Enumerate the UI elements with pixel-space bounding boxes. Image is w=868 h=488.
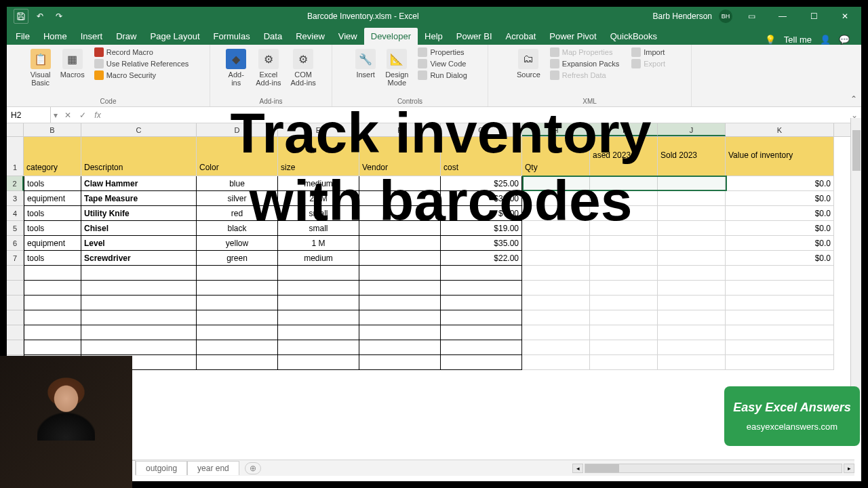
fx-icon[interactable]: fx xyxy=(90,110,105,120)
com-addins-icon: ⚙ xyxy=(293,49,313,69)
col-B[interactable]: B xyxy=(24,123,81,136)
properties-button[interactable]: Properties xyxy=(418,47,467,57)
sheet-tab-outgoing[interactable]: outgoing xyxy=(136,461,187,475)
tab-formulas[interactable]: Formulas xyxy=(207,28,257,45)
undo-icon[interactable]: ↶ xyxy=(33,9,47,24)
group-xml: XML xyxy=(488,98,691,105)
macros-button[interactable]: ▦Macros xyxy=(58,47,87,88)
insert-control-button[interactable]: 🔧Insert xyxy=(353,47,378,88)
tell-me[interactable]: Tell me xyxy=(784,35,812,45)
badge-url: easyexcelanswers.com xyxy=(747,422,837,432)
run-dialog-button[interactable]: Run Dialog xyxy=(418,70,467,80)
view-code-icon xyxy=(418,59,427,68)
titlebar: ↶ ↷ Barcode Inventory.xlsm - Excel Barb … xyxy=(7,7,861,26)
com-addins-button[interactable]: ⚙COM Add-ins xyxy=(288,47,319,88)
col-G[interactable]: G xyxy=(441,123,522,136)
map-properties-button[interactable]: Map Properties xyxy=(550,47,619,57)
col-K[interactable]: K xyxy=(726,123,834,136)
design-mode-icon: 📐 xyxy=(387,49,407,69)
col-D[interactable]: D xyxy=(197,123,278,136)
relative-refs-button[interactable]: Use Relative References xyxy=(94,59,189,68)
design-mode-button[interactable]: 📐Design Mode xyxy=(382,47,411,88)
user-name: Barb Henderson xyxy=(653,12,712,21)
col-H[interactable]: H xyxy=(522,123,590,136)
record-icon xyxy=(94,47,104,57)
maximize-icon[interactable]: ☐ xyxy=(802,7,826,26)
save-icon[interactable] xyxy=(14,9,28,24)
tab-draw[interactable]: Draw xyxy=(109,28,143,45)
tab-help[interactable]: Help xyxy=(418,28,450,45)
addins-icon: ◆ xyxy=(226,49,246,69)
group-controls: Controls xyxy=(332,98,488,105)
tab-power-bi[interactable]: Power BI xyxy=(450,28,499,45)
expansion-packs-button[interactable]: Expansion Packs xyxy=(550,59,619,68)
name-box-dropdown-icon[interactable]: ▾ xyxy=(51,110,60,120)
tab-home[interactable]: Home xyxy=(37,28,74,45)
share-icon[interactable]: 👤 xyxy=(820,35,831,45)
visual-basic-button[interactable]: 📋Visual Basic xyxy=(28,47,54,88)
map-icon xyxy=(550,47,559,57)
excel-addins-button[interactable]: ⚙Excel Add-ins xyxy=(253,47,283,88)
user-avatar[interactable]: BH xyxy=(719,9,732,23)
select-all-corner[interactable] xyxy=(7,123,24,136)
export-icon xyxy=(631,59,641,68)
bulb-icon: 💡 xyxy=(765,35,776,45)
tab-acrobat[interactable]: Acrobat xyxy=(499,28,543,45)
sheet-tab-year-end[interactable]: year end xyxy=(187,461,239,475)
insert-control-icon: 🔧 xyxy=(355,49,376,69)
tab-file[interactable]: File xyxy=(9,28,37,45)
record-macro-button[interactable]: Record Macro xyxy=(94,47,189,57)
comments-icon[interactable]: 💬 xyxy=(839,35,850,45)
tab-power-pivot[interactable]: Power Pivot xyxy=(542,28,603,45)
hscroll-thumb[interactable] xyxy=(585,464,619,472)
spreadsheet-grid[interactable]: 1categoryDescriptonColorsizeVendorcostQt… xyxy=(7,137,861,370)
group-code: Code xyxy=(7,98,210,105)
minimize-icon[interactable]: — xyxy=(770,7,795,26)
tab-page-layout[interactable]: Page Layout xyxy=(144,28,207,45)
source-icon: 🗂 xyxy=(518,49,538,69)
tab-quickbooks[interactable]: QuickBooks xyxy=(604,28,664,45)
warning-icon xyxy=(94,70,104,80)
collapse-ribbon-icon[interactable]: ⌃ xyxy=(850,94,857,104)
horizontal-scrollbar[interactable] xyxy=(585,464,842,473)
tab-developer[interactable]: Developer xyxy=(364,28,418,45)
tab-insert[interactable]: Insert xyxy=(74,28,110,45)
macro-security-button[interactable]: Macro Security xyxy=(94,70,189,80)
brand-badge: Easy Excel Answers easyexcelanswers.com xyxy=(724,386,860,446)
formula-bar: H2 ▾ ✕ ✓ fx ⌄ xyxy=(7,107,861,123)
tab-data[interactable]: Data xyxy=(257,28,289,45)
view-code-button[interactable]: View Code xyxy=(418,59,467,68)
col-J[interactable]: J xyxy=(658,123,726,136)
col-F[interactable]: F xyxy=(359,123,441,136)
refresh-data-button[interactable]: Refresh Data xyxy=(550,70,619,80)
ribbon-options-icon[interactable]: ▭ xyxy=(739,7,764,26)
group-addins: Add-ins xyxy=(210,98,332,105)
grid-icon xyxy=(94,59,104,68)
hscroll-left-icon[interactable]: ◂ xyxy=(572,464,583,473)
presenter-photo xyxy=(0,356,132,488)
add-sheet-button[interactable]: ⊕ xyxy=(245,462,261,474)
refresh-icon xyxy=(550,70,559,80)
expansion-icon xyxy=(550,59,559,68)
export-button[interactable]: Export xyxy=(631,59,665,68)
addins-button[interactable]: ◆Add- ins xyxy=(223,47,249,88)
source-button[interactable]: 🗂Source xyxy=(514,47,543,80)
cancel-formula-icon[interactable]: ✕ xyxy=(60,110,75,120)
tab-view[interactable]: View xyxy=(332,28,364,45)
col-I[interactable]: I xyxy=(590,123,658,136)
close-icon[interactable]: ✕ xyxy=(833,7,857,26)
enter-formula-icon[interactable]: ✓ xyxy=(75,110,90,120)
name-box[interactable]: H2 xyxy=(7,107,51,123)
hscroll-right-icon[interactable]: ▸ xyxy=(844,464,854,473)
import-button[interactable]: Import xyxy=(631,47,665,57)
badge-title: Easy Excel Answers xyxy=(733,401,850,415)
col-E[interactable]: E xyxy=(278,123,359,136)
ribbon: 📋Visual Basic ▦Macros Record Macro Use R… xyxy=(7,45,861,107)
scroll-thumb[interactable] xyxy=(852,130,861,171)
run-dialog-icon xyxy=(418,70,427,80)
tab-review[interactable]: Review xyxy=(289,28,332,45)
properties-icon xyxy=(418,47,427,57)
col-C[interactable]: C xyxy=(81,123,197,136)
column-headers: B C D E F G H I J K xyxy=(7,123,861,137)
redo-icon[interactable]: ↷ xyxy=(52,9,66,24)
